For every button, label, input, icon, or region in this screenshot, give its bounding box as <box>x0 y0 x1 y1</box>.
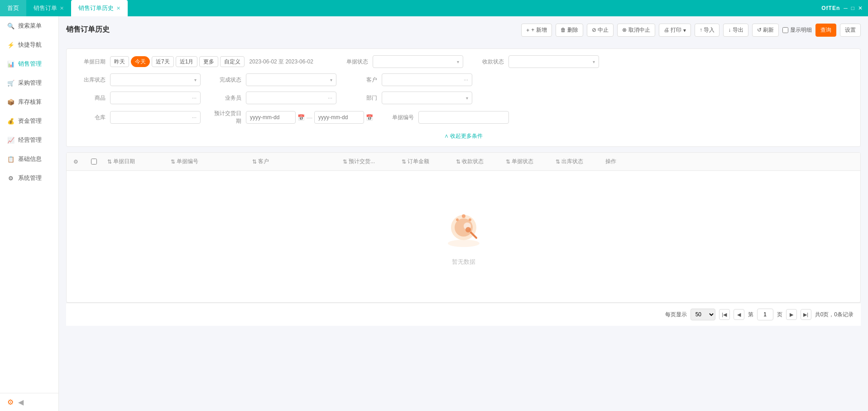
stop-button[interactable]: ⊘ 中止 <box>587 24 614 37</box>
sidebar-item-sales-label: 销售管理 <box>18 60 42 68</box>
salesperson-dots-icon[interactable]: ··· <box>328 95 332 101</box>
import-button[interactable]: ↑ 导入 <box>695 24 719 37</box>
tab-home[interactable]: 首页 <box>0 0 26 16</box>
print-button[interactable]: 🖨 打印 ▾ <box>659 24 691 37</box>
refresh-button[interactable]: ↺ 刷新 <box>752 24 779 37</box>
date-btn-1month[interactable]: 近1月 <box>176 56 198 67</box>
page-input[interactable] <box>757 309 773 320</box>
tab-sales-history[interactable]: 销售订单历史 ✕ <box>71 0 128 16</box>
product-dots-icon[interactable]: ··· <box>192 95 197 101</box>
empty-state: 暂无数据 <box>67 171 860 302</box>
window-close-btn[interactable]: ✕ <box>858 5 863 11</box>
tab-sales-order-close[interactable]: ✕ <box>60 5 64 11</box>
col-header-customer: ⇅ 客户 <box>248 154 338 169</box>
date-btn-more[interactable]: 更多 <box>199 56 218 67</box>
tab-sales-history-close[interactable]: ✕ <box>116 5 120 11</box>
window-min-btn[interactable]: ─ <box>844 5 848 11</box>
bill-number-input[interactable] <box>418 111 509 124</box>
first-page-btn[interactable]: |◀ <box>719 309 730 320</box>
sidebar-item-shortcuts[interactable]: ⚡ 快捷导航 <box>0 35 58 54</box>
delivery-date-start[interactable] <box>246 111 296 124</box>
sidebar-item-basic-label: 基础信息 <box>18 155 42 163</box>
show-detail-checkbox-wrap[interactable]: 显示明细 <box>782 26 812 34</box>
sidebar-item-operations-label: 经营管理 <box>18 136 42 144</box>
export-button[interactable]: ↓ 导出 <box>723 24 748 37</box>
query-button[interactable]: 查询 <box>815 24 836 37</box>
warehouse-dots-icon[interactable]: ··· <box>192 114 197 121</box>
out-status-select[interactable]: ▾ <box>110 73 201 86</box>
customer-select[interactable]: ··· <box>382 73 472 86</box>
complete-status-select[interactable]: ▾ <box>246 73 336 86</box>
collapse-bar[interactable]: ∧ 收起更多条件 <box>74 131 853 140</box>
customer-dots-icon[interactable]: ··· <box>464 77 468 83</box>
show-detail-label: 显示明细 <box>790 26 812 34</box>
sidebar-collapse-icon[interactable]: ◀ <box>18 398 24 406</box>
sort-icon-amount[interactable]: ⇅ <box>402 159 406 165</box>
brand-label: OfTEn <box>821 5 840 11</box>
sidebar-item-operations[interactable]: 📈 经营管理 <box>0 131 58 150</box>
delivery-date-end[interactable] <box>314 111 364 124</box>
sort-icon-customer[interactable]: ⇅ <box>252 159 257 165</box>
bill-status-select[interactable]: ▾ <box>373 55 463 68</box>
export-label: ↓ 导出 <box>728 26 743 34</box>
window-max-btn[interactable]: □ <box>851 5 854 11</box>
salesperson-select[interactable]: ··· <box>246 92 336 104</box>
table-settings-col[interactable]: ⚙ <box>67 155 85 169</box>
dept-select[interactable]: ▾ <box>382 92 472 104</box>
prev-page-btn[interactable]: ◀ <box>734 309 744 320</box>
sidebar-item-basic[interactable]: 📋 基础信息 <box>0 150 58 169</box>
table-gear-icon[interactable]: ⚙ <box>73 159 78 165</box>
header-toolbar: 销售订单历史 + + 新增 🗑 删除 ⊘ 中止 ⊗ 取消中止 🖨 打印 ▾ <box>66 24 861 42</box>
delete-button[interactable]: 🗑 删除 <box>556 24 583 37</box>
date-btn-today[interactable]: 今天 <box>131 56 150 67</box>
add-button[interactable]: + + 新增 <box>521 24 551 37</box>
calendar-start-icon[interactable]: 📅 <box>297 114 305 121</box>
product-select[interactable]: ··· <box>110 92 201 104</box>
col-header-bill-status: ⇅ 单据状态 <box>501 154 551 169</box>
warehouse-select[interactable]: ··· <box>110 111 201 124</box>
date-btn-custom[interactable]: 自定义 <box>220 56 245 67</box>
sidebar-item-sales[interactable]: 📊 销售管理 <box>0 54 58 73</box>
last-page-btn[interactable]: ▶| <box>801 309 811 320</box>
sidebar-item-inventory-label: 库存核算 <box>18 98 42 106</box>
col-header-amount: ⇅ 订单金额 <box>397 154 451 169</box>
sidebar-settings-icon[interactable]: ⚙ <box>7 398 14 406</box>
date-btn-7days[interactable]: 近7天 <box>152 56 174 67</box>
svg-point-0 <box>448 240 480 247</box>
setting-button[interactable]: 设置 <box>840 24 861 37</box>
per-page-select[interactable]: 50 10 20 100 <box>691 309 715 320</box>
sidebar-item-search[interactable]: 🔍 搜索菜单 <box>0 16 58 35</box>
payment-status-select[interactable]: ▾ <box>508 55 599 68</box>
customer-label: 客户 <box>345 76 382 84</box>
table-header: ⚙ ⇅ 单据日期 ⇅ 单据编号 ⇅ 客户 ⇅ <box>67 153 860 171</box>
basic-icon: 📋 <box>7 155 14 163</box>
calendar-end-icon[interactable]: 📅 <box>366 114 373 121</box>
sort-icon-date[interactable]: ⇅ <box>107 159 112 165</box>
sidebar-item-inventory[interactable]: 📦 库存核算 <box>0 92 58 111</box>
tab-sales-order[interactable]: 销售订单 ✕ <box>26 0 71 16</box>
col-header-number: ⇅ 单据编号 <box>166 154 248 169</box>
sidebar-item-search-label: 搜索菜单 <box>18 22 42 30</box>
sort-icon-status[interactable]: ⇅ <box>506 159 510 165</box>
next-page-btn[interactable]: ▶ <box>786 309 797 320</box>
sidebar-item-purchase[interactable]: 🛒 采购管理 <box>0 73 58 92</box>
table-check-col[interactable] <box>85 155 103 168</box>
svg-point-8 <box>469 218 471 221</box>
date-btn-yesterday[interactable]: 昨天 <box>110 56 129 67</box>
sidebar-item-system[interactable]: ⚙ 系统管理 <box>0 169 58 188</box>
sort-icon-pay[interactable]: ⇅ <box>456 159 460 165</box>
sidebar-item-finance[interactable]: 💰 资金管理 <box>0 111 58 131</box>
select-all-checkbox[interactable] <box>91 159 97 164</box>
cancel-stop-button[interactable]: ⊗ 取消中止 <box>617 24 655 37</box>
svg-point-7 <box>456 218 459 221</box>
col-header-action: 操作 <box>601 154 860 169</box>
inventory-icon: 📦 <box>7 98 14 106</box>
sort-icon-out[interactable]: ⇅ <box>556 159 560 165</box>
sort-icon-delivery[interactable]: ⇅ <box>343 159 347 165</box>
sidebar-item-purchase-label: 采购管理 <box>18 79 42 87</box>
sort-icon-number[interactable]: ⇅ <box>171 159 175 165</box>
empty-illustration <box>441 207 486 252</box>
show-detail-checkbox[interactable] <box>782 27 788 33</box>
col-header-date: ⇅ 单据日期 <box>103 154 166 169</box>
filter-panel: 单据日期 昨天 今天 近7天 近1月 更多 自定义 2023-06-02 至 2… <box>66 48 861 147</box>
